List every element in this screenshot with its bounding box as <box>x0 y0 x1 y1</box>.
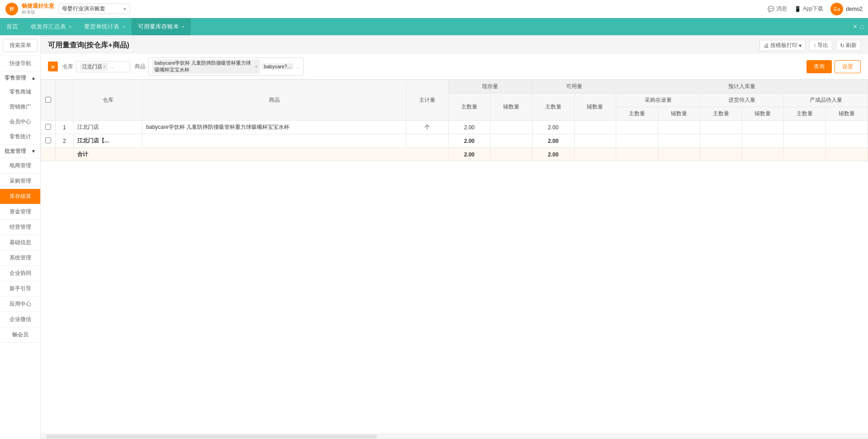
row1-checkbox[interactable] <box>45 124 51 130</box>
row1-avail-aux <box>574 121 616 134</box>
ecommerce-label: 电商管理 <box>9 162 31 170</box>
avatar: Ea <box>830 3 843 15</box>
sidebar-item-purchase[interactable]: 采购管理 <box>0 174 40 189</box>
retail-mgmt-arrow: ▲ <box>31 76 36 80</box>
export-btn[interactable]: ↑ 导出 <box>809 40 832 51</box>
sidebar-item-wechat[interactable]: 企业微信 <box>0 312 40 327</box>
sidebar-item-retail-mgmt[interactable]: 零售管理 ▲ <box>0 71 40 85</box>
summary-p6 <box>826 148 868 161</box>
close-all-btn[interactable]: × <box>853 23 857 31</box>
store-selector[interactable]: 母婴行业演示账套 ▾ <box>58 4 130 14</box>
section-wechat: 企业微信 <box>0 312 40 327</box>
download-icon: 📱 <box>794 6 801 12</box>
product-tag-1-remove[interactable]: × <box>255 64 258 69</box>
th-no <box>56 80 74 121</box>
th-avail-main: 主数量 <box>532 94 574 121</box>
warehouse-input[interactable]: 江北门店 × ... <box>76 61 130 72</box>
tab-available-stock[interactable]: 可用量库存账本 × <box>132 18 191 35</box>
row1-avail-main: 2.00 <box>532 121 574 134</box>
row1-check[interactable] <box>41 121 56 134</box>
table-footer <box>41 434 868 439</box>
section-finance: 资金管理 <box>0 204 40 220</box>
data-table: 仓库 商品 主计量 现存量 可用量 预计入库量 主数量 辅数量 主数量 辅数量 … <box>41 80 868 161</box>
sidebar-item-ecommerce[interactable]: 电商管理 <box>0 158 40 173</box>
th-group-available: 可用量 <box>532 80 616 94</box>
row2-avail-aux <box>574 134 616 148</box>
product-tag-1: babycare学饮杯 儿童防摔防撞吸管杯重力球吸嘴杯宝宝水杯 × <box>152 59 260 74</box>
summary-stock-aux <box>490 148 532 161</box>
tab-available-stock-close[interactable]: × <box>182 24 184 29</box>
tab-order-stats-close[interactable]: × <box>122 24 125 29</box>
print-icon: 🖨 <box>764 42 769 49</box>
horizontal-scrollbar[interactable] <box>46 435 377 439</box>
print-btn[interactable]: 🖨 按模板打印 ▾ <box>760 40 806 51</box>
sidebar-item-operations[interactable]: 经营管理 <box>0 220 40 235</box>
th-incoming2-aux: 辅数量 <box>742 107 784 121</box>
sidebar-item-basics[interactable]: 基础信息 <box>0 235 40 250</box>
row2-purchase-main <box>616 134 658 148</box>
sidebar-item-apps[interactable]: 应用中心 <box>0 297 40 312</box>
section-inventory: 库存核算 <box>0 189 40 204</box>
warehouse-ellipsis: ... <box>110 63 114 70</box>
user-area[interactable]: Ea demo2 <box>830 3 863 15</box>
summary-p3 <box>700 148 742 161</box>
page-actions: 🖨 按模板打印 ▾ ↑ 导出 ↻ 刷新 <box>760 40 861 51</box>
th-group-purchase: 采购在途量 <box>616 94 700 107</box>
sidebar-item-retail-stats[interactable]: 零售统计 <box>0 129 40 144</box>
sidebar-item-collab[interactable]: 企业协同 <box>0 266 40 281</box>
app-download-btn[interactable]: 📱 App下载 <box>794 5 823 13</box>
members-label: 会员中心 <box>9 118 31 126</box>
sidebar-item-marketing[interactable]: 营销推广 <box>0 99 40 114</box>
summary-p4 <box>742 148 784 161</box>
product-tag-2-text: babycare?... <box>264 64 292 69</box>
setting-btn[interactable]: 设置 <box>835 60 861 73</box>
product-input[interactable]: babycare学饮杯 儿童防摔防撞吸管杯重力球吸嘴杯宝宝水杯 × babyca… <box>148 57 304 76</box>
sidebar-item-inventory[interactable]: 库存核算 <box>0 189 40 204</box>
retail-stats-label: 零售统计 <box>9 133 31 141</box>
select-all-checkbox[interactable] <box>45 97 51 103</box>
summary-p5 <box>784 148 826 161</box>
sidebar-item-system[interactable]: 系统管理 <box>0 250 40 265</box>
warehouse-tag-remove[interactable]: × <box>103 64 106 69</box>
section-apps: 应用中心 <box>0 297 40 312</box>
sidebar-item-finance[interactable]: 资金管理 <box>0 204 40 219</box>
section-retail: 零售管理 ▲ 零售商城 营销推广 会员中心 零售统计 <box>0 71 40 145</box>
row1-purchase-main <box>616 121 658 134</box>
product-ellipsis: ... <box>295 63 300 70</box>
th-checkbox[interactable] <box>41 80 56 121</box>
th-group-stock: 现存量 <box>448 80 533 94</box>
tab-order-stats[interactable]: 要货单统计表 × <box>78 18 131 35</box>
message-btn[interactable]: 💬 消息 <box>768 5 787 13</box>
tab-stock-summary[interactable]: 收发存汇总表 × <box>24 18 78 35</box>
refresh-btn[interactable]: ↻ 刷新 <box>836 40 861 51</box>
warehouse-tag: 江北门店 × <box>80 63 108 71</box>
th-product: 商品 <box>142 80 406 121</box>
tab-stock-summary-close[interactable]: × <box>69 24 71 29</box>
user-name: demo2 <box>846 6 863 12</box>
app-sub: 标准版 <box>22 9 54 15</box>
retail-shop-label: 零售商城 <box>9 88 31 96</box>
row2-checkbox[interactable] <box>45 137 51 143</box>
sidebar-search-btn[interactable]: 搜索菜单 <box>3 39 38 52</box>
query-btn[interactable]: 查询 <box>807 60 832 73</box>
app-download-label: App下载 <box>803 5 823 13</box>
sidebar-item-guide[interactable]: 新手引导 <box>0 281 40 296</box>
warehouse-label: 仓库 <box>62 63 73 71</box>
sidebar-item-members[interactable]: 会员中心 <box>0 114 40 129</box>
filter-expand-btn[interactable]: » <box>48 61 58 71</box>
sidebar-item-wholesale-mgmt[interactable]: 批发管理 ▼ <box>0 145 40 158</box>
sidebar-item-retail-shop[interactable]: 零售商城 <box>0 85 40 99</box>
th-incoming2-main: 主数量 <box>700 107 742 121</box>
nav-tabs: 首页 收发存汇总表 × 要货单统计表 × 可用量库存账本 × × □ <box>0 18 868 35</box>
minimize-btn[interactable]: □ <box>860 24 863 30</box>
marketing-label: 营销推广 <box>9 103 31 111</box>
th-group-incoming: 预计入库量 <box>616 80 868 94</box>
purchase-label: 采购管理 <box>9 177 31 185</box>
sidebar-quicknav-btn[interactable]: 快捷导航 <box>0 56 40 71</box>
section-system: 系统管理 <box>0 250 40 266</box>
th-unit: 主计量 <box>406 80 448 121</box>
tab-home-label: 首页 <box>6 23 18 31</box>
row2-check[interactable] <box>41 134 56 148</box>
tab-home[interactable]: 首页 <box>0 18 24 35</box>
sidebar-item-member[interactable]: 畅会员 <box>0 327 40 342</box>
